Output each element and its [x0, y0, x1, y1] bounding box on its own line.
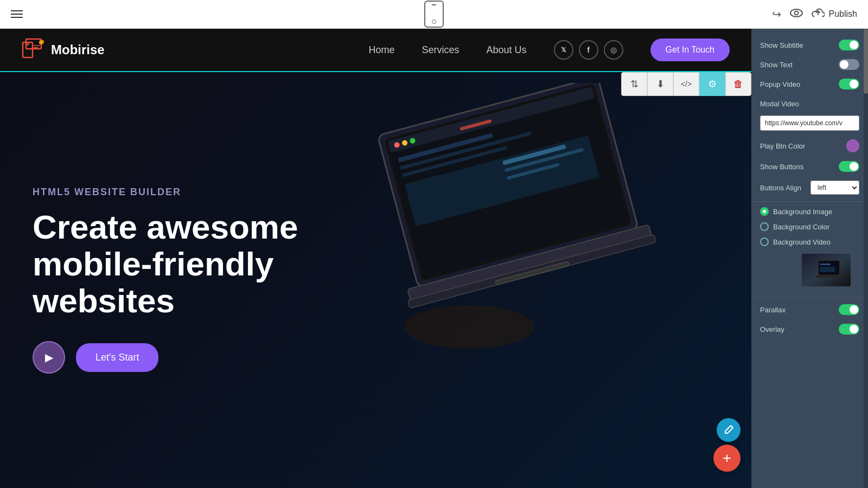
toolbar-left [11, 10, 23, 18]
bg-color-row: Background Color [751, 219, 868, 234]
code-icon: </> [681, 80, 692, 88]
toolbar-right: ↩ Publish [772, 8, 857, 21]
divider-1 [751, 201, 868, 202]
site-navbar: Mobirise Home Services About Us 𝕏 f ◎ [0, 29, 751, 72]
toolbar-center [424, 1, 444, 28]
scrollbar-thumb[interactable] [864, 29, 868, 94]
buttons-align-label: Buttons Align [760, 184, 801, 192]
hamburger-icon[interactable] [11, 10, 23, 18]
instagram-icon[interactable]: ◎ [604, 40, 623, 60]
show-buttons-toggle[interactable] [839, 161, 859, 172]
popup-video-label: Popup Video [760, 80, 800, 88]
undo-icon[interactable]: ↩ [772, 8, 781, 21]
download-button[interactable]: ⬇ [647, 72, 673, 96]
preview-icon[interactable] [790, 9, 803, 20]
fab-add-button[interactable]: + [713, 445, 741, 472]
publish-button[interactable]: Publish [812, 8, 857, 21]
show-subtitle-row: Show Subtitle [751, 35, 868, 55]
settings-panel: Show Subtitle Show Text Popup Video Moda… [751, 29, 868, 488]
hero-content: HTML5 WEBSITE BUILDER Create awesome mob… [33, 187, 358, 374]
settings-button[interactable]: ⚙ [699, 72, 725, 96]
bg-image-radio[interactable] [760, 207, 769, 216]
bg-video-radio[interactable] [760, 237, 769, 246]
modal-video-label-row: Modal Video [751, 94, 868, 113]
overlay-toggle[interactable] [839, 324, 859, 335]
show-subtitle-toggle[interactable] [839, 40, 859, 50]
show-text-label: Show Text [760, 61, 793, 69]
cloud-upload-icon [812, 8, 825, 21]
popup-video-row: Popup Video [751, 74, 868, 94]
mobile-preview-icon[interactable] [424, 1, 444, 28]
show-buttons-row: Show Buttons [751, 157, 868, 176]
modal-video-label: Modal Video [760, 100, 799, 108]
modal-video-input[interactable] [760, 115, 859, 131]
nav-item-services[interactable]: Services [422, 44, 459, 56]
logo-icon [22, 38, 46, 62]
gear-icon: ⚙ [708, 78, 717, 90]
social-icons: 𝕏 f ◎ [554, 40, 623, 60]
preview-area: Mobirise Home Services About Us 𝕏 f ◎ [0, 29, 751, 488]
svg-rect-33 [820, 264, 831, 265]
bg-color-label: Background Color [773, 223, 829, 231]
nav-item-about[interactable]: About Us [487, 44, 527, 56]
twitter-icon[interactable]: 𝕏 [554, 40, 573, 60]
svg-point-0 [790, 9, 802, 17]
bg-image-thumbnail[interactable] [802, 254, 851, 286]
hero-buttons: ▶ Let's Start [33, 341, 358, 374]
delete-button[interactable]: 🗑 [725, 72, 751, 96]
overlay-label: Overlay [760, 325, 784, 333]
bg-video-label: Background Video [773, 238, 831, 246]
overlay-row: Overlay [751, 319, 868, 339]
main-content: Mobirise Home Services About Us 𝕏 f ◎ [0, 29, 868, 488]
show-buttons-label: Show Buttons [760, 163, 803, 171]
show-subtitle-label: Show Subtitle [760, 41, 803, 49]
buttons-align-select[interactable]: left center right [810, 181, 859, 195]
download-icon: ⬇ [656, 78, 665, 90]
play-icon: ▶ [45, 351, 53, 364]
parallax-row: Parallax [751, 300, 868, 319]
fab-edit-button[interactable] [717, 418, 741, 442]
trash-icon: 🗑 [733, 79, 743, 90]
site-logo-text: Mobirise [51, 42, 105, 57]
hero-section: HTML5 WEBSITE BUILDER Create awesome mob… [0, 72, 751, 488]
nav-item-home[interactable]: Home [368, 44, 394, 56]
reorder-button[interactable]: ⇅ [621, 72, 647, 96]
bg-image-label: Background Image [773, 208, 832, 216]
play-button[interactable]: ▶ [33, 341, 65, 374]
facebook-icon[interactable]: f [579, 40, 598, 60]
parallax-toggle[interactable] [839, 304, 859, 315]
svg-point-1 [794, 11, 798, 15]
top-toolbar: ↩ Publish [0, 0, 868, 29]
laptop-illustration [361, 83, 697, 354]
svg-rect-34 [820, 267, 835, 272]
popup-video-toggle[interactable] [839, 79, 859, 89]
site-nav: Home Services About Us 𝕏 f ◎ Get In Touc… [368, 38, 730, 61]
hero-title: Create awesome mobile-friendly websites [33, 209, 358, 320]
svg-point-29 [404, 305, 534, 349]
play-btn-color-row: Play Btn Color [751, 135, 868, 157]
plus-icon: + [723, 451, 731, 466]
publish-label: Publish [829, 9, 857, 19]
parallax-label: Parallax [760, 306, 786, 314]
svg-point-4 [26, 42, 29, 46]
block-toolbar: ⇅ ⬇ </> ⚙ 🗑 [621, 72, 751, 96]
hero-title-line2: mobile-friendly websites [33, 245, 273, 319]
code-button[interactable]: </> [673, 72, 699, 96]
bg-video-row: Background Video [751, 234, 868, 249]
buttons-align-row: Buttons Align left center right [751, 176, 868, 199]
bg-color-radio[interactable] [760, 222, 769, 231]
svg-line-9 [43, 40, 44, 41]
get-in-touch-button[interactable]: Get In Touch [650, 38, 730, 61]
lets-start-button[interactable]: Let's Start [76, 343, 158, 372]
svg-rect-32 [815, 275, 843, 278]
show-text-row: Show Text [751, 55, 868, 74]
play-btn-color-swatch[interactable] [846, 139, 859, 152]
scrollbar-track[interactable] [864, 29, 868, 488]
bg-image-row: Background Image [751, 204, 868, 219]
hero-title-line1: Create awesome [33, 208, 298, 246]
hero-subtitle: HTML5 WEBSITE BUILDER [33, 187, 358, 198]
show-text-toggle[interactable] [839, 59, 859, 70]
play-btn-color-label: Play Btn Color [760, 142, 805, 150]
reorder-icon: ⇅ [630, 78, 639, 90]
site-logo: Mobirise [22, 38, 105, 62]
